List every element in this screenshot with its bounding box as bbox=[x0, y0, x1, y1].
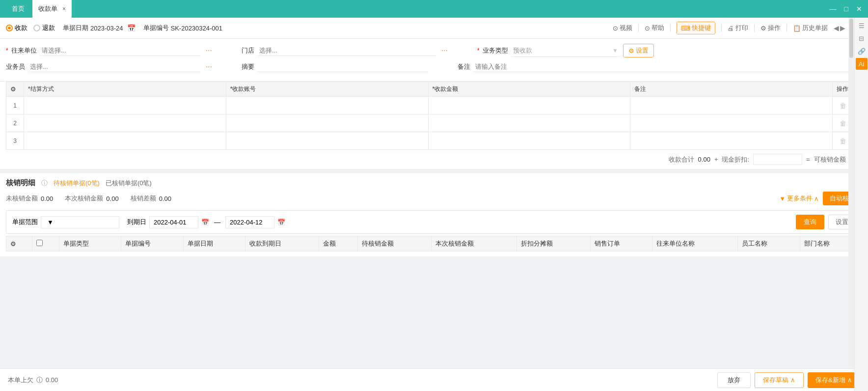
bt-col-checkbox[interactable] bbox=[32, 236, 59, 251]
divider4 bbox=[754, 24, 755, 32]
partner-more-btn[interactable]: ··· bbox=[206, 46, 212, 55]
date-value: 2023-03-24 bbox=[90, 25, 123, 32]
query-btn[interactable]: 查询 bbox=[796, 215, 824, 229]
row-1-remarks-input[interactable] bbox=[630, 97, 832, 114]
row-2-delete-btn[interactable]: 🗑 bbox=[840, 119, 846, 127]
row-2-settlement[interactable] bbox=[24, 114, 226, 132]
store-input[interactable] bbox=[257, 45, 436, 56]
video-link[interactable]: ⊙ 视频 bbox=[613, 24, 632, 32]
tab-close-btn[interactable]: × bbox=[62, 5, 66, 12]
biz-type-select[interactable]: 预收款 ▼ bbox=[511, 45, 620, 57]
calendar-icon[interactable]: 📅 bbox=[127, 24, 136, 32]
row-1-account-input[interactable] bbox=[226, 97, 428, 114]
right-panel-btn-4[interactable]: Ai bbox=[856, 58, 868, 70]
staff-field: 业务员 ··· bbox=[6, 61, 212, 72]
maximize-btn[interactable]: □ bbox=[842, 5, 850, 13]
row-1-remarks[interactable] bbox=[630, 97, 833, 114]
credit-info-icon[interactable]: ⓘ bbox=[36, 376, 43, 385]
close-btn[interactable]: ✕ bbox=[854, 5, 864, 13]
radio-refund[interactable]: 退款 bbox=[33, 24, 55, 32]
filter-actions: 查询 设置 bbox=[796, 215, 856, 229]
col-gear-header[interactable]: ⚙ bbox=[6, 82, 24, 97]
row-2-amount[interactable] bbox=[428, 114, 630, 132]
shortcut-icon: ⌨ bbox=[681, 25, 690, 32]
remarks-input[interactable] bbox=[473, 61, 862, 72]
summary-input[interactable] bbox=[257, 61, 428, 72]
row-2-remarks[interactable] bbox=[630, 114, 833, 132]
operations-link[interactable]: ⚙ 操作 bbox=[760, 24, 781, 32]
row-1-amount-input[interactable] bbox=[429, 97, 630, 114]
row-1-amount[interactable] bbox=[428, 97, 630, 114]
help-link[interactable]: ⊙ 帮助 bbox=[645, 24, 664, 32]
col-amount-header: *收款金额 bbox=[428, 82, 630, 97]
calendar-to-icon[interactable]: 📅 bbox=[277, 219, 285, 226]
row-2-remarks-input[interactable] bbox=[630, 114, 832, 132]
row-2-account-input[interactable] bbox=[226, 114, 428, 132]
due-date-from-input[interactable] bbox=[149, 216, 198, 228]
next-arrow[interactable]: ▶ bbox=[840, 24, 845, 32]
row-3-account[interactable] bbox=[226, 132, 428, 150]
right-panel-btn-3[interactable]: 🔗 bbox=[856, 45, 868, 57]
scrollbar[interactable] bbox=[848, 18, 854, 368]
row-3-amount-input[interactable] bbox=[429, 132, 630, 149]
more-conditions-btn[interactable]: ▼ 更多条件 ∧ bbox=[779, 194, 819, 203]
discard-btn[interactable]: 放弃 bbox=[717, 372, 751, 388]
row-3-amount[interactable] bbox=[428, 132, 630, 150]
print-link[interactable]: 🖨 打印 bbox=[728, 24, 748, 32]
pending-link[interactable]: 待核销单据(0笔) bbox=[54, 179, 100, 188]
radio-receive[interactable]: 收款 bbox=[6, 24, 27, 32]
row-3-settlement-input[interactable] bbox=[24, 132, 226, 149]
prev-arrow[interactable]: ◀ bbox=[834, 24, 839, 32]
row-1-delete-btn[interactable]: 🗑 bbox=[840, 102, 846, 110]
staff-more-btn[interactable]: ··· bbox=[206, 62, 212, 71]
staff-input[interactable] bbox=[28, 61, 201, 72]
save-draft-btn[interactable]: 保存草稿 ∧ bbox=[755, 372, 804, 388]
partner-input[interactable] bbox=[40, 45, 201, 56]
right-panel-btn-2[interactable]: ⊟ bbox=[856, 32, 868, 44]
right-panel: ☰ ⊟ 🔗 Ai bbox=[854, 18, 868, 391]
bt-col-doc-no: 单据编号 bbox=[121, 236, 183, 251]
current-stat: 本次核销金额 0.00 bbox=[65, 194, 118, 203]
discount-input[interactable] bbox=[753, 154, 802, 165]
biz-settings-btn[interactable]: ⚙ 设置 bbox=[623, 44, 654, 57]
section-gap bbox=[0, 169, 868, 173]
table-row: 1 🗑 ⊕ bbox=[6, 97, 862, 114]
plus-sign: + bbox=[714, 156, 718, 163]
row-3-remarks-input[interactable] bbox=[630, 132, 832, 149]
table-wrapper: ⚙ *结算方式 *收款账号 *收款金额 备注 操作 1 bbox=[0, 82, 868, 150]
summary-label: 摘要 bbox=[242, 62, 254, 71]
row-1-settlement-input[interactable] bbox=[24, 97, 226, 114]
history-link[interactable]: 📋 历史单据 bbox=[793, 24, 828, 32]
row-2-account[interactable] bbox=[226, 114, 428, 132]
row-1-account[interactable] bbox=[226, 97, 428, 114]
row-3-account-input[interactable] bbox=[226, 132, 428, 149]
shortcut-btn[interactable]: ⌨ 快捷键 bbox=[677, 22, 715, 34]
done-link[interactable]: 已核销单据(0笔) bbox=[106, 179, 152, 188]
minimize-btn[interactable]: — bbox=[828, 5, 839, 13]
tab-active[interactable]: 收款单 × bbox=[32, 0, 72, 18]
due-date-to-input[interactable] bbox=[225, 216, 274, 228]
unverified-stat: 未核销金额 0.00 bbox=[6, 194, 53, 203]
row-3-settlement[interactable] bbox=[24, 132, 226, 150]
row-3-delete-btn[interactable]: 🗑 bbox=[840, 137, 846, 145]
row-2-settlement-input[interactable] bbox=[24, 114, 226, 132]
total-value: 0.00 bbox=[698, 156, 710, 163]
save-new-btn[interactable]: 保存&新增 ∧ bbox=[808, 372, 860, 388]
tab-home[interactable]: 首页 bbox=[4, 0, 32, 18]
range-select[interactable]: ▼ bbox=[41, 216, 119, 228]
biz-type-field: * 业务类型 预收款 ▼ ⚙ 设置 bbox=[477, 44, 654, 57]
current-label: 本次核销金额 bbox=[65, 194, 103, 203]
row-1-settlement[interactable] bbox=[24, 97, 226, 114]
bt-select-all[interactable] bbox=[36, 240, 43, 246]
recon-info-icon[interactable]: ⓘ bbox=[41, 179, 48, 188]
row-3-remarks[interactable] bbox=[630, 132, 833, 150]
row-2-amount-input[interactable] bbox=[429, 114, 630, 132]
col-settlement-header: *结算方式 bbox=[24, 82, 226, 97]
video-icon: ⊙ bbox=[613, 25, 618, 32]
form-row-2: 业务员 ··· 摘要 备注 bbox=[6, 61, 862, 72]
store-more-btn[interactable]: ··· bbox=[441, 46, 448, 55]
right-panel-btn-1[interactable]: ☰ bbox=[856, 20, 868, 31]
recon-header: 核销明细 ⓘ 待核销单据(0笔) 已核销单据(0笔) bbox=[6, 178, 862, 188]
bt-col-gear[interactable]: ⚙ bbox=[6, 236, 32, 251]
calendar-from-icon[interactable]: 📅 bbox=[201, 219, 209, 226]
